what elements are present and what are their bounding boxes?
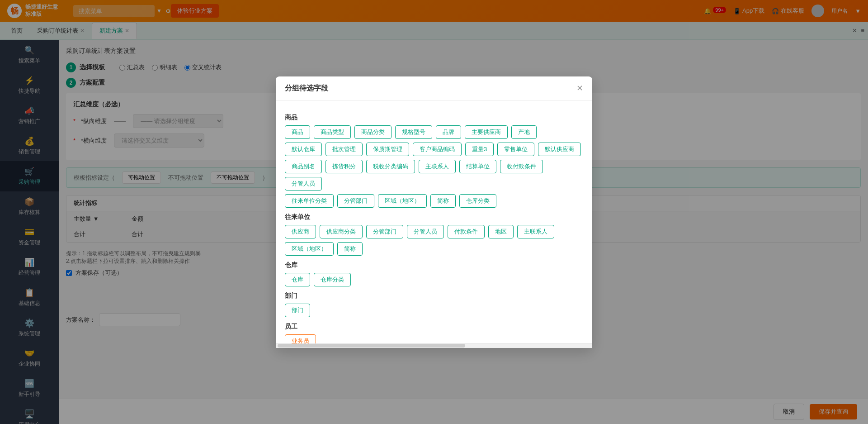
field-tags-warehouse: 仓库 仓库分类: [285, 273, 583, 286]
modal-overlay[interactable]: 分组待选字段 ✕ 商品 商品 商品类型 商品分类 规格型号 品牌 主要供应商 产…: [0, 0, 868, 424]
tag-goods-25[interactable]: 仓库分类: [459, 194, 496, 208]
tag-partner-5[interactable]: 地区: [488, 225, 514, 238]
field-tags-partner-row1: 供应商 供应商分类 分管部门 分管人员 付款条件 地区 主联系人: [285, 225, 583, 238]
tag-goods-12[interactable]: 零售单位: [497, 143, 534, 156]
tag-goods-17[interactable]: 主联系人: [419, 160, 456, 173]
tag-goods-11[interactable]: 重量3: [465, 143, 494, 156]
tag-warehouse-1[interactable]: 仓库分类: [314, 273, 351, 286]
field-tags-goods-row2: 默认仓库 批次管理 保质期管理 客户商品编码 重量3 零售单位 默认供应商: [285, 143, 583, 156]
modal-title: 分组待选字段: [285, 84, 328, 93]
tag-partner-7[interactable]: 区域（地区）: [285, 242, 334, 256]
tag-goods-14[interactable]: 商品别名: [285, 160, 322, 173]
tag-goods-9[interactable]: 保质期管理: [366, 143, 409, 156]
tag-goods-7[interactable]: 默认仓库: [285, 143, 322, 156]
tag-goods-8[interactable]: 批次管理: [326, 143, 363, 156]
tag-goods-6[interactable]: 产地: [511, 125, 537, 139]
tag-staff-0[interactable]: 业务员: [285, 334, 316, 343]
tag-partner-6[interactable]: 主联系人: [517, 225, 554, 238]
tag-goods-15[interactable]: 拣货积分: [326, 160, 363, 173]
tag-partner-2[interactable]: 分管部门: [366, 225, 403, 238]
tag-warehouse-0[interactable]: 仓库: [285, 273, 310, 286]
field-tags-staff: 业务员: [285, 334, 583, 343]
section-title-staff: 员工: [285, 323, 583, 331]
tag-goods-1[interactable]: 商品类型: [314, 125, 351, 139]
tag-dept-0[interactable]: 部门: [285, 304, 310, 317]
tag-partner-0[interactable]: 供应商: [285, 225, 316, 238]
section-title-dept: 部门: [285, 292, 583, 300]
tag-goods-20[interactable]: 分管人员: [285, 177, 322, 191]
tag-partner-1[interactable]: 供应商分类: [320, 225, 363, 238]
field-tags-partner-row2: 区域（地区） 简称: [285, 242, 583, 256]
modal-close-button[interactable]: ✕: [576, 84, 583, 92]
tag-goods-5[interactable]: 主要供应商: [465, 125, 508, 139]
modal-hscroll[interactable]: [276, 343, 592, 348]
tag-goods-23[interactable]: 区域（地区）: [378, 194, 427, 208]
modal-body: 商品 商品 商品类型 商品分类 规格型号 品牌 主要供应商 产地 默认仓库 批次…: [276, 101, 592, 343]
field-tags-goods: 商品 商品类型 商品分类 规格型号 品牌 主要供应商 产地: [285, 125, 583, 139]
field-tags-goods-row4: 往来单位分类 分管部门 区域（地区） 简称 仓库分类: [285, 194, 583, 208]
tag-goods-21[interactable]: 往来单位分类: [285, 194, 334, 208]
tag-goods-3[interactable]: 规格型号: [395, 125, 432, 139]
tag-goods-18[interactable]: 结算单位: [459, 160, 496, 173]
tag-goods-2[interactable]: 商品分类: [354, 125, 392, 139]
section-title-goods: 商品: [285, 114, 583, 122]
modal-dialog: 分组待选字段 ✕ 商品 商品 商品类型 商品分类 规格型号 品牌 主要供应商 产…: [276, 76, 592, 348]
field-tags-goods-row3: 商品别名 拣货积分 税收分类编码 主联系人 结算单位 收付款条件 分管人员: [285, 160, 583, 191]
modal-header: 分组待选字段 ✕: [276, 76, 592, 101]
tag-goods-24[interactable]: 简称: [430, 194, 456, 208]
hscroll-thumb[interactable]: [278, 344, 465, 348]
tag-goods-13[interactable]: 默认供应商: [538, 143, 581, 156]
tag-partner-4[interactable]: 付款条件: [448, 225, 485, 238]
tag-goods-16[interactable]: 税收分类编码: [366, 160, 415, 173]
tag-goods-19[interactable]: 收付款条件: [500, 160, 543, 173]
tag-goods-10[interactable]: 客户商品编码: [413, 143, 462, 156]
tag-goods-0[interactable]: 商品: [285, 125, 310, 139]
section-title-partner: 往来单位: [285, 213, 583, 221]
tag-goods-22[interactable]: 分管部门: [337, 194, 374, 208]
field-tags-dept: 部门: [285, 304, 583, 317]
tag-partner-8[interactable]: 简称: [337, 242, 363, 256]
section-title-warehouse: 仓库: [285, 261, 583, 269]
tag-partner-3[interactable]: 分管人员: [407, 225, 444, 238]
tag-goods-4[interactable]: 品牌: [436, 125, 461, 139]
